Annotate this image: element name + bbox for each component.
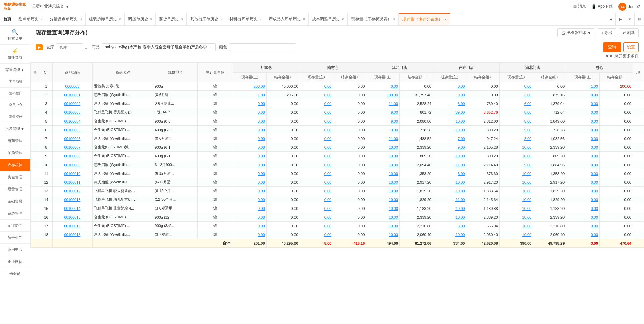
app-download-button[interactable]: 📱 App下载 bbox=[591, 4, 613, 9]
td-total-qty[interactable]: 0.00 bbox=[566, 169, 600, 178]
td-nanan-qty[interactable]: 10.00 bbox=[433, 213, 466, 222]
td-total-qty[interactable]: 0.00 bbox=[566, 143, 600, 152]
td-code[interactable]: 00100013 bbox=[53, 195, 93, 204]
td-total-qty[interactable]: 0.00 bbox=[566, 178, 600, 187]
td-factory-qty[interactable]: 0.00 bbox=[233, 204, 266, 213]
td-total-qty[interactable]: 0.00 bbox=[566, 187, 600, 195]
goods-input[interactable] bbox=[102, 43, 216, 51]
tab-material-outbound[interactable]: 材料出库单历史 × bbox=[226, 13, 265, 25]
close-icon[interactable]: × bbox=[181, 17, 183, 21]
close-icon[interactable]: × bbox=[41, 17, 43, 21]
td-nanan-qty[interactable]: 9.00 bbox=[433, 143, 466, 152]
td-total-qty[interactable]: 0.00 bbox=[566, 134, 600, 143]
td-lucun-qty[interactable]: 0.00 bbox=[300, 152, 333, 160]
td-jiangbei-qty[interactable]: 10.00 bbox=[366, 204, 400, 213]
close-icon[interactable]: × bbox=[80, 17, 82, 21]
sidebar-item-wechat[interactable]: 企业微信 bbox=[0, 256, 30, 268]
td-total-qty[interactable]: 0.00 bbox=[566, 108, 600, 117]
td-nanan-qty[interactable]: 0.00 bbox=[433, 91, 466, 99]
print-button[interactable]: 🖨 按模版打印 ▼ bbox=[557, 28, 595, 37]
nav-prev-button[interactable]: ◀ bbox=[606, 13, 616, 26]
sidebar-item-wholesale[interactable]: 批发管理 ▼ bbox=[0, 123, 30, 135]
sidebar-item-changhui[interactable]: 畅会员 bbox=[0, 268, 30, 280]
td-jiangbei-qty[interactable]: 10.00 bbox=[366, 230, 400, 239]
td-yubei-qty[interactable]: 9.00 bbox=[499, 126, 533, 134]
sidebar-item-appcenter[interactable]: 应用中心 bbox=[0, 244, 30, 256]
tab-home[interactable]: 首页 bbox=[0, 13, 15, 25]
td-nanan-qty[interactable]: 11.00 bbox=[433, 160, 466, 169]
td-nanan-qty[interactable]: 10.00 bbox=[433, 117, 466, 126]
close-icon[interactable]: × bbox=[150, 17, 152, 21]
color-input[interactable] bbox=[229, 43, 296, 51]
td-nanan-qty[interactable]: -39.00 bbox=[433, 108, 466, 117]
sidebar-item-purchase[interactable]: 采购管理 bbox=[0, 147, 30, 159]
tab-purchase-order[interactable]: 要货单历史 × bbox=[156, 13, 187, 25]
td-yubei-qty[interactable]: 8.00 bbox=[499, 108, 533, 117]
info-icon[interactable]: ℹ bbox=[557, 75, 558, 79]
td-yubei-qty[interactable]: 10.00 bbox=[499, 230, 533, 239]
td-nanan-qty[interactable]: 10.00 bbox=[433, 204, 466, 213]
refresh-button[interactable]: ↺ 刷新 bbox=[619, 28, 639, 37]
sidebar-item-retail[interactable]: 零售管理 ▲ bbox=[0, 64, 30, 76]
close-icon[interactable]: × bbox=[220, 17, 222, 21]
td-factory-qty[interactable]: 0.00 bbox=[233, 178, 266, 187]
td-jiangbei-qty[interactable]: 9.00 bbox=[366, 117, 400, 126]
td-yubei-qty[interactable]: 0.00 bbox=[499, 82, 533, 91]
td-factory-qty[interactable]: 0.00 bbox=[233, 108, 266, 117]
td-nanan-qty[interactable]: 3.00 bbox=[433, 222, 466, 230]
td-lucun-qty[interactable]: 0.00 bbox=[300, 126, 333, 134]
td-lucun-qty[interactable]: 0.00 bbox=[300, 204, 333, 213]
td-lucun-qty[interactable]: 0.00 bbox=[300, 99, 333, 108]
td-total-qty[interactable]: 0.00 bbox=[566, 99, 600, 108]
td-yubei-qty[interactable]: 10.00 bbox=[499, 169, 533, 178]
sidebar-item-members[interactable]: 会员中心 bbox=[0, 99, 30, 111]
td-code[interactable]: 00100007 bbox=[53, 143, 93, 152]
sidebar-item-quicknav[interactable]: ⚡ 快捷导航 bbox=[0, 45, 30, 64]
td-total-qty[interactable]: -1.00 bbox=[566, 82, 600, 91]
td-total-qty[interactable]: 0.00 bbox=[566, 126, 600, 134]
td-yubei-qty[interactable]: 10.00 bbox=[499, 213, 533, 222]
td-yubei-qty[interactable]: 8.00 bbox=[499, 134, 533, 143]
td-code[interactable]: 00100008 bbox=[53, 152, 93, 160]
sidebar-item-system[interactable]: 系统管理 bbox=[0, 207, 30, 220]
expand-more-button[interactable]: ▼▼ 展开更多条件 bbox=[605, 53, 639, 59]
gear-icon[interactable]: ⚙ bbox=[34, 70, 37, 74]
td-factory-qty[interactable]: 0.00 bbox=[233, 152, 266, 160]
td-total-qty[interactable]: 0.00 bbox=[566, 213, 600, 222]
td-lucun-qty[interactable]: 0.00 bbox=[300, 230, 333, 239]
td-code[interactable]: 00100014 bbox=[53, 204, 93, 213]
td-total-qty[interactable]: 0.00 bbox=[566, 195, 600, 204]
info-icon[interactable]: ℹ bbox=[423, 75, 425, 79]
td-factory-qty[interactable]: 0.00 bbox=[233, 143, 266, 152]
td-total-qty[interactable]: 0.00 bbox=[566, 230, 600, 239]
info-icon[interactable]: ℹ bbox=[623, 75, 625, 79]
td-lucun-qty[interactable]: 0.00 bbox=[300, 187, 333, 195]
td-jiangbei-qty[interactable]: 10.00 bbox=[366, 160, 400, 169]
td-jiangbei-qty[interactable]: 11.00 bbox=[366, 134, 400, 143]
td-total-qty[interactable]: 0.00 bbox=[566, 160, 600, 169]
td-nanan-qty[interactable]: 5.00 bbox=[433, 169, 466, 178]
td-yubei-qty[interactable]: 8.00 bbox=[499, 117, 533, 126]
query-button[interactable]: 查询 bbox=[603, 42, 621, 52]
td-yubei-qty[interactable]: 10.00 bbox=[499, 187, 533, 195]
td-jiangbei-qty[interactable]: 10.00 bbox=[366, 169, 400, 178]
td-yubei-qty[interactable]: 3.00 bbox=[499, 91, 533, 99]
tab-other-outbound[interactable]: 其他出库单历史 × bbox=[187, 13, 226, 25]
sidebar-item-search[interactable]: 🔍 搜索英单 bbox=[0, 26, 30, 45]
td-factory-qty[interactable]: 0.00 bbox=[233, 126, 266, 134]
td-code[interactable]: 00100011 bbox=[53, 178, 93, 187]
sidebar-item-operations[interactable]: 经营管理 bbox=[0, 183, 30, 195]
td-jiangbei-qty[interactable]: 9.00 bbox=[366, 126, 400, 134]
td-factory-qty[interactable]: 0.00 bbox=[233, 160, 266, 169]
td-lucun-qty[interactable]: 0.00 bbox=[300, 195, 333, 204]
tab-partial-inventory[interactable]: 分量盘点单历史 × bbox=[46, 13, 86, 25]
td-nanan-qty[interactable]: 10.00 bbox=[433, 152, 466, 160]
nav-next-button[interactable]: ▶ bbox=[616, 13, 625, 26]
tab-assembly[interactable]: 组装拆卸单历史 × bbox=[86, 13, 125, 25]
td-code[interactable]: 00100006 bbox=[53, 134, 93, 143]
settings-button[interactable]: 设置 bbox=[623, 42, 639, 52]
td-code[interactable]: 0000003 bbox=[53, 82, 93, 91]
sidebar-item-stock[interactable]: 库存核算 bbox=[0, 159, 30, 171]
td-factory-qty[interactable]: 0.00 bbox=[233, 99, 266, 108]
td-code[interactable]: 00100002 bbox=[53, 99, 93, 108]
